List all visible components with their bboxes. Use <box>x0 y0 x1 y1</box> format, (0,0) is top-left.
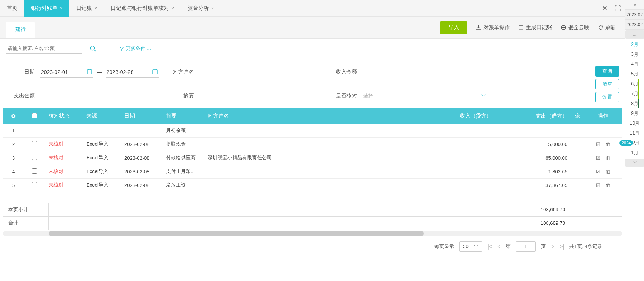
income-input[interactable] <box>362 67 487 77</box>
settings-button[interactable]: 设置 <box>595 92 619 102</box>
fullscreen-icon[interactable]: ⛶ <box>614 5 621 13</box>
svg-point-2 <box>90 46 94 50</box>
rail-month[interactable]: 3月 <box>630 49 639 59</box>
check-icon[interactable]: ☑ <box>596 141 600 147</box>
expense-cell: 5,000.00 <box>495 137 571 151</box>
status-cell: 未核对 <box>49 168 63 174</box>
date-cell: 2023-02-08 <box>121 151 162 165</box>
date-cell: 2023-02-08 <box>121 165 162 178</box>
clear-button[interactable]: 清空 <box>595 79 619 89</box>
close-icon[interactable]: × <box>94 6 97 11</box>
rail-month[interactable]: 9月 <box>630 108 639 118</box>
expense-cell <box>495 124 571 137</box>
row-checkbox[interactable] <box>32 182 37 187</box>
rail-month[interactable]: 12月2024 <box>630 138 639 148</box>
sub-tab-ccb[interactable]: 建行 <box>6 22 35 38</box>
status-cell: 未核对 <box>49 141 63 147</box>
top-tab-home[interactable]: 首页 <box>0 0 24 17</box>
income-cell <box>420 124 495 137</box>
rail-year[interactable]: 2023.02 <box>625 10 644 20</box>
rail-scroll-down[interactable]: ︾ <box>625 159 644 167</box>
summary-section: 本页小计 108,669.70 合计 108,669.70 <box>3 203 622 230</box>
check-icon[interactable]: ☑ <box>596 182 600 188</box>
rail-month[interactable]: 5月 <box>630 69 639 79</box>
select-all-checkbox[interactable] <box>32 113 37 118</box>
per-page-select[interactable]: 50 ﹀ <box>459 241 482 252</box>
income-cell <box>420 137 495 151</box>
row-number: 2 <box>3 137 24 151</box>
total-label: 合计 <box>3 217 49 230</box>
pager: 每页显示 50 ﹀ |< < 第 页 > >| 共1页, 4条记录 <box>0 236 625 257</box>
date-start-input[interactable]: 2023-02-01 <box>40 67 93 78</box>
table-row: 4未核对Excel导入2023-02-08支付上月印...1,302.65☑🗑 <box>3 165 622 178</box>
calendar-icon[interactable] <box>86 68 92 75</box>
gear-icon[interactable]: ⚙ <box>11 113 16 119</box>
delete-icon[interactable]: 🗑 <box>606 169 611 174</box>
top-tab-reconcile[interactable]: 日记账与银行对账单核对× <box>104 0 181 17</box>
refresh-link[interactable]: 刷新 <box>598 24 616 31</box>
rail-month[interactable]: 4月 <box>630 59 639 69</box>
rail-month[interactable]: 8月 <box>630 99 639 108</box>
bank-cloud-link[interactable]: 银企云联 <box>561 24 589 31</box>
calendar-icon[interactable] <box>152 68 158 75</box>
col-income: 收入（贷方） <box>420 108 495 124</box>
import-button[interactable]: 导入 <box>440 21 467 34</box>
check-icon[interactable]: ☑ <box>596 169 600 174</box>
close-icon[interactable]: × <box>60 6 63 11</box>
income-label: 收入金额 <box>324 69 362 75</box>
rail-month[interactable]: 7月 <box>630 89 639 99</box>
prev-page-button[interactable]: < <box>497 243 500 250</box>
close-icon[interactable]: × <box>171 6 174 11</box>
row-checkbox[interactable] <box>32 155 37 160</box>
rail-month[interactable]: 10月 <box>630 118 639 128</box>
row-checkbox[interactable] <box>32 141 37 146</box>
page-input[interactable] <box>516 241 536 252</box>
counterparty-input[interactable] <box>199 67 324 77</box>
row-number: 5 <box>3 178 24 192</box>
statement-table: ⚙ 核对状态 来源 日期 摘要 对方户名 收入（贷方） 支出（借方） 余 操作 … <box>3 108 622 192</box>
summary-input[interactable] <box>199 91 324 101</box>
status-cell: 未核对 <box>49 182 63 188</box>
income-cell <box>420 151 495 165</box>
delete-icon[interactable]: 🗑 <box>606 182 611 188</box>
year-badge: 2024 <box>619 140 633 146</box>
summary-cell: 提取现金 <box>162 137 204 151</box>
col-date: 日期 <box>121 108 162 124</box>
close-icon[interactable]: × <box>211 6 214 11</box>
rail-year[interactable]: 2023.02 <box>625 20 644 30</box>
counterparty-cell: 深圳联宝小精品有限责任公司 <box>204 151 420 165</box>
top-tab-journal[interactable]: 日记账× <box>69 0 104 17</box>
row-number: 3 <box>3 151 24 165</box>
rail-month[interactable]: 1月 <box>630 148 639 158</box>
date-cell: 2023-02-08 <box>121 178 162 192</box>
more-filter-toggle[interactable]: 更多条件 ︿ <box>119 45 152 52</box>
rail-month[interactable]: 6月 <box>630 79 639 89</box>
statement-ops-link[interactable]: 对账单操作 <box>476 24 510 31</box>
generate-journal-link[interactable]: 生成日记账 <box>518 24 552 31</box>
top-tab-fund-analysis[interactable]: 资金分析× <box>181 0 221 17</box>
delete-icon[interactable]: 🗑 <box>606 155 611 161</box>
sub-toolbar: 建行 导入 对账单操作 生成日记账 银企云联 刷新 <box>0 17 625 39</box>
date-end-input[interactable]: 2023-02-28 <box>106 67 159 78</box>
rail-month[interactable]: 2月 <box>630 39 639 49</box>
horizontal-scrollbar[interactable] <box>3 231 622 236</box>
last-page-button[interactable]: >| <box>560 243 564 250</box>
search-icon[interactable] <box>89 45 96 52</box>
col-status: 核对状态 <box>45 108 83 124</box>
rail-scroll-up[interactable]: ︽ <box>625 30 644 39</box>
row-checkbox[interactable] <box>32 168 37 174</box>
row-number: 4 <box>3 165 24 178</box>
query-button[interactable]: 查询 <box>595 66 619 77</box>
reconciled-select[interactable]: 选择... ﹀ <box>362 90 487 102</box>
first-page-button[interactable]: |< <box>487 243 492 250</box>
top-tab-bank-statement[interactable]: 银行对账单× <box>24 0 69 17</box>
expense-input[interactable] <box>40 91 165 101</box>
globe-icon <box>561 25 566 30</box>
next-page-button[interactable]: > <box>551 243 554 250</box>
check-icon[interactable]: ☑ <box>596 155 600 161</box>
rail-expand-button[interactable]: « <box>625 0 644 10</box>
search-input[interactable] <box>6 43 82 54</box>
delete-icon[interactable]: 🗑 <box>606 141 611 147</box>
close-all-icon[interactable]: ✕ <box>602 4 608 13</box>
rail-month[interactable]: 11月 <box>630 128 639 138</box>
